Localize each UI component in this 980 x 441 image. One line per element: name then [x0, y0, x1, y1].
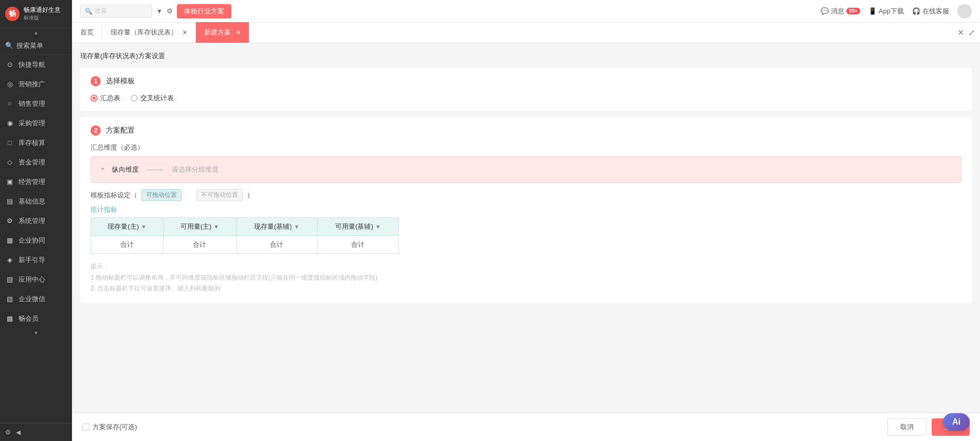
sidebar-item-operations[interactable]: ▣ 经营管理	[0, 172, 72, 192]
user-avatar[interactable]	[957, 4, 972, 19]
message-badge: 99+	[846, 8, 860, 14]
app-download-button[interactable]: 📱 App下载	[868, 7, 904, 16]
logo-icon: 畅	[5, 7, 20, 21]
enterprise-icon: ▦	[5, 236, 14, 245]
sidebar-item-finance[interactable]: ◇ 资金管理	[0, 153, 72, 172]
tab-inventory-close[interactable]: ✕	[183, 29, 187, 36]
radio-cross[interactable]: 交叉统计表	[131, 94, 174, 103]
search-icon: 🔍	[5, 42, 13, 49]
sidebar-item-guide[interactable]: ◈ 新手引导	[0, 250, 72, 270]
dimension-divider: ——	[147, 165, 164, 174]
col-3-arrow[interactable]: ▼	[375, 224, 381, 230]
scroll-up[interactable]: ▲	[0, 28, 72, 37]
col-1-arrow[interactable]: ▼	[213, 224, 219, 230]
topbar-search-text: 搜索	[95, 7, 107, 15]
logo-name: 畅康通好生意	[24, 6, 61, 14]
tip-2: 2. 点击标题栏下拉可设置排序、插入列和删除列	[90, 283, 961, 295]
col-header-2[interactable]: 现存量(基辅) ▼	[236, 218, 317, 236]
indicator-label: 模板指标设定（	[90, 191, 137, 200]
ai-fab-button[interactable]: Ai	[943, 413, 970, 431]
settings-button[interactable]: ⚙	[5, 429, 11, 436]
tab-inventory-status[interactable]: 现存量（库存状况表） ✕	[102, 22, 196, 43]
dimension-placeholder: 请选择分组维度	[172, 165, 219, 174]
collapse-button[interactable]: ◀	[16, 429, 21, 436]
sidebar-item-marketing[interactable]: ◎ 营销推广	[0, 75, 72, 94]
app-label: App下载	[879, 7, 904, 16]
step1-title: 选择模板	[106, 77, 135, 86]
step2-badge: 2	[90, 125, 101, 136]
topbar-search-icon: 🔍	[85, 8, 93, 15]
sidebar-item-label: 销售管理	[19, 99, 45, 108]
wechat-icon: ▨	[5, 295, 14, 304]
sidebar-item-system[interactable]: ⚙ 系统管理	[0, 211, 72, 231]
tab-expand-action[interactable]: ⤢	[968, 28, 975, 38]
non-draggable-tag: 不可拖动位置	[196, 189, 243, 201]
radio-summary-label: 汇总表	[100, 94, 120, 103]
industry-plan-button[interactable]: 体验行业方案	[177, 4, 231, 19]
radio-summary[interactable]: 汇总表	[90, 94, 120, 103]
tab-new-plan-label: 新建方案	[204, 28, 231, 37]
sidebar-item-sales[interactable]: ○ 销售管理	[0, 94, 72, 114]
tips-section: 提示： 1.拖动标题栏可以调整布局，不可跨维度或指标区域拖动栏目字段(只能在同一…	[90, 261, 961, 295]
quick-nav-icon: ⊙	[5, 60, 14, 69]
tabs-bar: 首页 现存量（库存状况表） ✕ 新建方案 ✕ ✕ ⤢	[72, 23, 980, 43]
search-label: 搜索菜单	[16, 41, 43, 50]
sidebar-item-inventory[interactable]: □ 库存核算	[0, 133, 72, 153]
online-service-button[interactable]: 🎧 在线客服	[912, 7, 949, 16]
required-mark: *	[101, 166, 104, 174]
col-header-1[interactable]: 可用量(主) ▼	[164, 218, 236, 236]
save-checkbox[interactable]	[82, 424, 89, 431]
cell-1: 合计	[164, 236, 236, 254]
main-area: 🔍 搜索 ▼ ⚙ 体验行业方案 💬 消息 99+ 📱 App下载 🎧 在线客服	[72, 0, 980, 441]
base-info-icon: ▤	[5, 197, 14, 206]
sidebar-item-app-center[interactable]: ▧ 应用中心	[0, 270, 72, 289]
dimension-box[interactable]: * 纵向维度 —— 请选择分组维度	[90, 156, 961, 183]
sidebar-item-label: 应用中心	[19, 275, 45, 284]
step1-badge: 1	[90, 76, 101, 86]
sidebar-item-purchase[interactable]: ◉ 采购管理	[0, 114, 72, 133]
topbar-left: 🔍 搜索 ▼ ⚙ 体验行业方案	[80, 4, 815, 19]
cancel-button[interactable]: 取消	[887, 418, 927, 436]
save-option[interactable]: 方案保存(可选)	[82, 422, 137, 432]
step2-header: 2 方案配置	[90, 125, 961, 136]
member-icon: ▩	[5, 314, 14, 323]
sidebar-item-enterprise[interactable]: ▦ 企业协同	[0, 231, 72, 250]
cell-0: 合计	[91, 236, 164, 254]
col-header-3[interactable]: 可用量(基辅) ▼	[317, 218, 398, 236]
finance-icon: ◇	[5, 158, 14, 167]
sidebar-item-wechat[interactable]: ▨ 企业微信	[0, 289, 72, 309]
tab-close-action[interactable]: ✕	[957, 28, 964, 38]
sidebar-item-base-info[interactable]: ▤ 基础信息	[0, 192, 72, 211]
sidebar-item-quick-nav[interactable]: ⊙ 快捷导航	[0, 55, 72, 75]
topbar-search[interactable]: 🔍 搜索	[80, 5, 152, 17]
tab-home[interactable]: 首页	[72, 22, 102, 43]
stats-table: 现存量(主) ▼ 可用量(主) ▼ 现存量(基辅	[90, 217, 399, 254]
cell-2: 合计	[236, 236, 317, 254]
col-0-arrow[interactable]: ▼	[141, 224, 147, 230]
app-icon: 📱	[868, 7, 877, 15]
topbar-dropdown[interactable]: ▼	[156, 8, 162, 15]
topbar-gear-icon[interactable]: ⚙	[167, 7, 173, 15]
content-area: 现存量(库存状况表)方案设置 1 选择模板 汇总表 交叉统计表 2	[72, 43, 980, 413]
step2-title: 方案配置	[106, 126, 135, 135]
sidebar-logo: 畅 畅康通好生意 标准版	[0, 0, 72, 28]
purchase-icon: ◉	[5, 119, 14, 128]
search-menu[interactable]: 🔍 搜索菜单	[0, 37, 72, 55]
sidebar-item-member[interactable]: ▩ 畅会员	[0, 309, 72, 328]
step1-section: 1 选择模板 汇总表 交叉统计表	[80, 68, 972, 111]
message-button[interactable]: 💬 消息 99+	[821, 7, 860, 16]
tab-new-plan[interactable]: 新建方案 ✕	[196, 22, 249, 43]
sidebar-bottom: ⚙ ◀	[0, 423, 72, 441]
draggable-tag: 可拖动位置	[141, 189, 182, 201]
service-icon: 🎧	[912, 7, 920, 15]
tab-home-label: 首页	[80, 28, 94, 37]
col-header-0[interactable]: 现存量(主) ▼	[91, 218, 164, 236]
footer: 方案保存(可选) 取消 查询	[72, 413, 980, 441]
radio-cross-label: 交叉统计表	[140, 94, 174, 103]
col-2-arrow[interactable]: ▼	[294, 224, 300, 230]
scroll-down[interactable]: ▼	[0, 328, 72, 337]
marketing-icon: ◎	[5, 80, 14, 89]
indicator-separator	[186, 191, 192, 200]
tab-new-plan-close[interactable]: ✕	[236, 29, 241, 36]
indicator-settings: 模板指标设定（ 可拖动位置 不可拖动位置 ）	[90, 189, 961, 201]
